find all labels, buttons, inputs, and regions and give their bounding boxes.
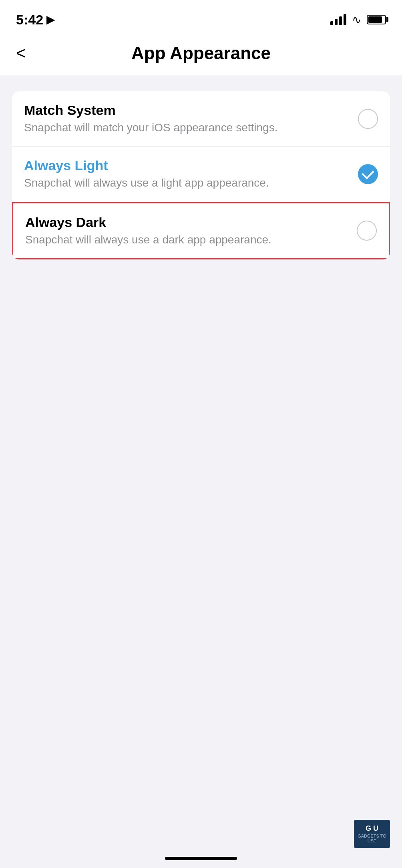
home-indicator (165, 857, 237, 860)
option-always-light-title: Always Light (24, 158, 350, 173)
option-match-system-description: Snapchat will match your iOS appearance … (24, 121, 350, 135)
option-always-dark-description: Snapchat will always use a dark app appe… (25, 233, 349, 247)
watermark-tagline: GADGETS TO USE (354, 834, 390, 843)
main-content: Match System Snapchat will match your iO… (0, 75, 402, 275)
option-match-system-text: Match System Snapchat will match your iO… (24, 102, 358, 135)
signal-bar-1 (330, 21, 333, 25)
signal-icon (330, 14, 346, 25)
status-icons: ∿ (330, 13, 386, 26)
option-always-dark-text: Always Dark Snapchat will always use a d… (25, 215, 357, 247)
status-time: 5:42 ▶ (16, 12, 54, 28)
signal-bar-3 (339, 16, 342, 25)
option-match-system[interactable]: Match System Snapchat will match your iO… (12, 91, 390, 147)
wifi-icon: ∿ (352, 13, 361, 26)
option-match-system-radio[interactable] (358, 109, 378, 129)
status-bar: 5:42 ▶ ∿ (0, 0, 402, 35)
time-display: 5:42 (16, 12, 43, 28)
back-chevron-icon: < (16, 45, 26, 62)
option-always-light-radio[interactable] (358, 164, 378, 184)
signal-bar-4 (344, 14, 346, 25)
option-always-light-text: Always Light Snapchat will always use a … (24, 158, 358, 190)
watermark-logo: G U (366, 825, 378, 833)
option-always-light[interactable]: Always Light Snapchat will always use a … (12, 147, 390, 202)
signal-bar-2 (335, 19, 338, 25)
watermark: G U GADGETS TO USE (354, 820, 390, 848)
option-match-system-title: Match System (24, 102, 350, 118)
option-always-dark-radio[interactable] (357, 221, 377, 241)
back-button[interactable]: < (16, 45, 26, 62)
option-always-dark[interactable]: Always Dark Snapchat will always use a d… (12, 202, 390, 259)
option-always-light-description: Snapchat will always use a light app app… (24, 176, 350, 190)
nav-header: < App Appearance (0, 35, 402, 75)
battery-icon (367, 15, 386, 24)
options-card: Match System Snapchat will match your iO… (12, 91, 390, 259)
battery-fill (368, 16, 382, 23)
location-icon: ▶ (46, 14, 54, 26)
page-title: App Appearance (131, 43, 271, 63)
option-always-dark-title: Always Dark (25, 215, 349, 230)
